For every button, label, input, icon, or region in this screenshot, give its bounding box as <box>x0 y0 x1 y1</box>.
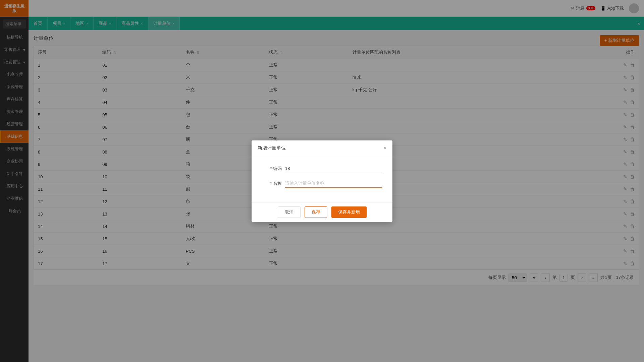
modal-close-button[interactable]: × <box>383 145 386 151</box>
modal-footer: 取消 保存 保存并新增 <box>252 202 392 222</box>
save-button[interactable]: 保存 <box>305 206 327 218</box>
modal-title: 新增计量单位 <box>258 145 286 151</box>
add-unit-modal: 新增计量单位 × * 编码 * 名称 取消 保存 保存并新增 <box>252 140 392 222</box>
modal-header: 新增计量单位 × <box>252 140 392 156</box>
save-new-button[interactable]: 保存并新增 <box>331 206 367 218</box>
code-form-row: * 编码 <box>262 164 382 173</box>
code-input[interactable] <box>285 164 382 173</box>
name-form-row: * 名称 <box>262 179 382 188</box>
cancel-button[interactable]: 取消 <box>278 206 301 218</box>
code-label: * 编码 <box>262 166 282 172</box>
modal-body: * 编码 * 名称 <box>252 156 392 202</box>
name-input[interactable] <box>285 179 382 188</box>
name-label: * 名称 <box>262 180 282 186</box>
modal-overlay: 新增计量单位 × * 编码 * 名称 取消 保存 保存并新增 <box>0 0 644 362</box>
